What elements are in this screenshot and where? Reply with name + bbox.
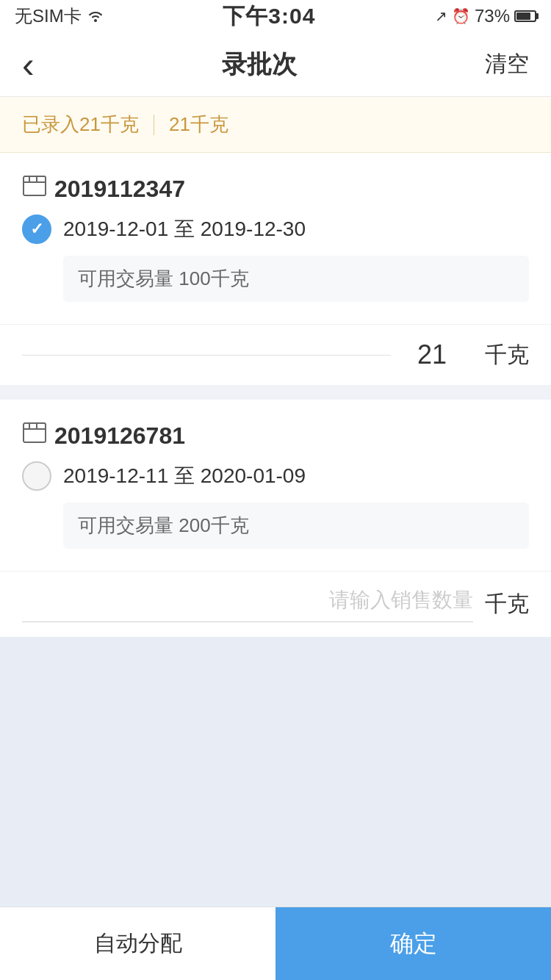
confirm-button[interactable]: 确定 — [276, 907, 551, 980]
sim-text: 无SIM卡 — [15, 4, 82, 28]
location-icon: ↗ — [435, 7, 447, 25]
info-banner: 已录入21千克 21千克 — [0, 97, 551, 153]
batch-2-dates-row[interactable]: 2019-12-11 至 2020-01-09 — [22, 461, 529, 491]
batch-1-available: 可用交易量 100千克 — [63, 256, 529, 302]
clock-icon: ⏰ — [452, 7, 470, 25]
batch-item-2: 2019126781 2019-12-11 至 2020-01-09 可用交易量… — [0, 400, 551, 637]
batch-2-icon — [22, 422, 47, 450]
batch-1-icon — [22, 175, 47, 203]
qty-input-container[interactable]: 请输入销售数量 千克 — [22, 586, 529, 622]
battery-icon — [514, 10, 536, 22]
clear-button[interactable]: 清空 — [485, 49, 529, 79]
batch-1-id: 2019112347 — [54, 176, 185, 203]
batch-1-qty-row: 21 千克 — [0, 324, 551, 385]
batch-2-available: 可用交易量 200千克 — [63, 502, 529, 549]
batch-1-radio[interactable]: ✓ — [22, 215, 51, 244]
batch-2-dates: 2019-12-11 至 2020-01-09 — [63, 462, 306, 490]
battery-percent: 73% — [475, 6, 510, 26]
batch-1-dates: 2019-12-01 至 2019-12-30 — [63, 215, 306, 243]
batch-2-qty-row[interactable]: 请输入销售数量 千克 — [0, 571, 551, 637]
back-button[interactable]: ‹ — [22, 46, 35, 83]
empty-content-area — [0, 637, 551, 931]
amount-value: 21千克 — [169, 112, 228, 137]
svg-rect-4 — [24, 423, 46, 442]
checkmark-icon: ✓ — [30, 220, 43, 239]
banner-divider — [154, 115, 154, 135]
status-bar: 无SIM卡 下午3:04 ↗ ⏰ 73% — [0, 0, 551, 32]
qty-placeholder: 请输入销售数量 — [329, 588, 473, 611]
batch-2-id: 2019126781 — [54, 422, 185, 450]
auto-distribute-button[interactable]: 自动分配 — [0, 907, 276, 980]
wifi-icon — [87, 6, 104, 26]
batch-1-qty-value: 21 — [417, 339, 447, 370]
status-right: ↗ ⏰ 73% — [435, 6, 536, 26]
nav-bar: ‹ 录批次 清空 — [0, 32, 551, 97]
bottom-bar: 自动分配 确定 — [0, 907, 551, 980]
batch-item-1: 2019112347 ✓ 2019-12-01 至 2019-12-30 可用交… — [0, 153, 551, 385]
svg-rect-0 — [24, 176, 46, 195]
batch-2-radio[interactable] — [22, 461, 51, 491]
qty-input-wrapper[interactable]: 请输入销售数量 — [22, 586, 473, 622]
time-display: 下午3:04 — [223, 1, 315, 32]
batch-2-unit: 千克 — [485, 589, 529, 619]
batch-2-header: 2019126781 — [22, 422, 529, 450]
batch-1-qty-unit: 千克 — [485, 340, 529, 370]
status-left: 无SIM卡 — [15, 4, 104, 28]
batch-1-header: 2019112347 — [22, 175, 529, 203]
recorded-amount-label: 已录入21千克 — [22, 112, 139, 137]
batch-1-dates-row[interactable]: ✓ 2019-12-01 至 2019-12-30 — [22, 215, 529, 244]
page-title: 录批次 — [222, 48, 297, 82]
section-divider — [0, 385, 551, 392]
